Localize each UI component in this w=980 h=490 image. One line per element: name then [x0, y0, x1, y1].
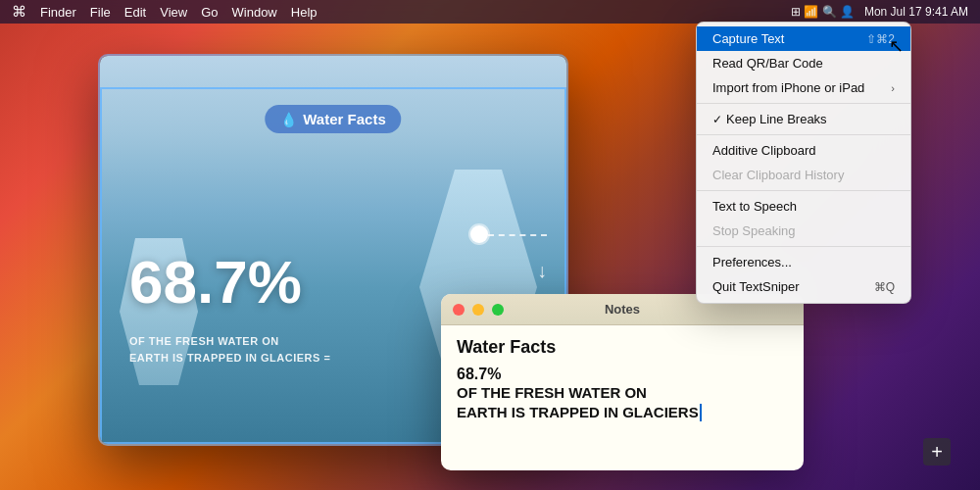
menubar-view[interactable]: View: [160, 5, 187, 20]
menu-item-label: Read QR/Bar Code: [712, 56, 823, 71]
menu-item-label: Stop Speaking: [712, 223, 796, 238]
notes-heading: Water Facts: [457, 337, 788, 358]
menu-separator-2: [697, 134, 910, 135]
notes-title: Notes: [605, 302, 640, 317]
menu-separator-3: [697, 190, 910, 191]
notes-body: OF THE FRESH WATER ON EARTH IS TRAPPED I…: [457, 383, 788, 421]
dropdown-menu: Capture Text ⇧⌘2 Read QR/Bar Code Import…: [696, 22, 911, 304]
notes-window: Notes Water Facts 68.7% OF THE FRESH WAT…: [441, 294, 804, 470]
menu-item-read-qr[interactable]: Read QR/Bar Code: [697, 51, 910, 75]
menu-item-label: Clear Clipboard History: [712, 168, 844, 182]
menu-item-label: Quit TextSniper: [712, 279, 800, 294]
menubar-icons: ⊞ 📶 🔍 👤: [791, 5, 855, 19]
text-cursor: [700, 404, 702, 421]
arrow-down-icon: ↓: [537, 260, 547, 282]
menu-item-additive-clipboard[interactable]: Additive Clipboard: [697, 138, 910, 163]
menu-item-clear-history: Clear Clipboard History: [697, 163, 910, 187]
menubar-right: ⊞ 📶 🔍 👤 Mon Jul 17 9:41 AM: [791, 5, 968, 19]
menubar-clock: Mon Jul 17 9:41 AM: [864, 5, 968, 19]
menu-shortcut: ⇧⌘2: [866, 32, 895, 46]
water-facts-badge: 💧 Water Facts: [265, 105, 401, 133]
notes-minimize-button[interactable]: [472, 304, 484, 316]
dashed-line: [488, 234, 547, 236]
menu-shortcut: ⌘Q: [874, 280, 895, 294]
notes-traffic-lights: [453, 304, 504, 316]
water-facts-label: Water Facts: [303, 111, 385, 127]
menubar-file[interactable]: File: [90, 5, 111, 20]
menubar: ⌘ Finder File Edit View Go Window Help ⊞…: [0, 0, 980, 24]
menubar-left: ⌘ Finder File Edit View Go Window Help: [12, 3, 318, 21]
menu-separator-1: [697, 103, 910, 104]
submenu-arrow-icon: ›: [891, 82, 895, 94]
menu-item-label: Preferences...: [712, 255, 792, 270]
menubar-help[interactable]: Help: [291, 5, 318, 20]
menu-item-label: ✓Keep Line Breaks: [712, 112, 827, 126]
menu-item-label: Additive Clipboard: [712, 143, 816, 158]
menu-separator-4: [697, 246, 910, 247]
menu-item-preferences[interactable]: Preferences...: [697, 250, 910, 274]
notes-close-button[interactable]: [453, 304, 465, 316]
menu-item-stop-speaking: Stop Speaking: [697, 219, 910, 243]
menubar-go[interactable]: Go: [201, 5, 218, 20]
menu-item-capture-text[interactable]: Capture Text ⇧⌘2: [697, 26, 910, 51]
caption-text: OF THE FRESH WATER ON EARTH IS TRAPPED I…: [129, 333, 330, 366]
apple-logo-icon[interactable]: ⌘: [12, 3, 26, 21]
menu-item-label: Text to Speech: [712, 199, 797, 214]
menu-item-quit[interactable]: Quit TextSniper ⌘Q: [697, 274, 910, 299]
menu-item-label: Capture Text: [712, 31, 784, 46]
water-drop-icon: 💧: [280, 112, 297, 127]
dashed-circle: [470, 225, 488, 243]
notes-content: Water Facts 68.7% OF THE FRESH WATER ON …: [441, 325, 804, 433]
notes-zoom-button[interactable]: [492, 304, 504, 316]
menu-item-text-to-speech[interactable]: Text to Speech: [697, 194, 910, 219]
menu-item-keep-line-breaks[interactable]: ✓Keep Line Breaks: [697, 107, 910, 131]
plus-corner-icon: +: [923, 438, 951, 466]
menubar-window[interactable]: Window: [232, 5, 277, 20]
percentage-display: 68.7%: [129, 247, 302, 317]
menubar-finder[interactable]: Finder: [40, 5, 76, 20]
menubar-edit[interactable]: Edit: [124, 5, 146, 20]
notes-stat: 68.7%: [457, 366, 788, 383]
menu-item-import-iphone[interactable]: Import from iPhone or iPad ›: [697, 75, 910, 100]
menu-item-label: Import from iPhone or iPad: [712, 80, 864, 95]
